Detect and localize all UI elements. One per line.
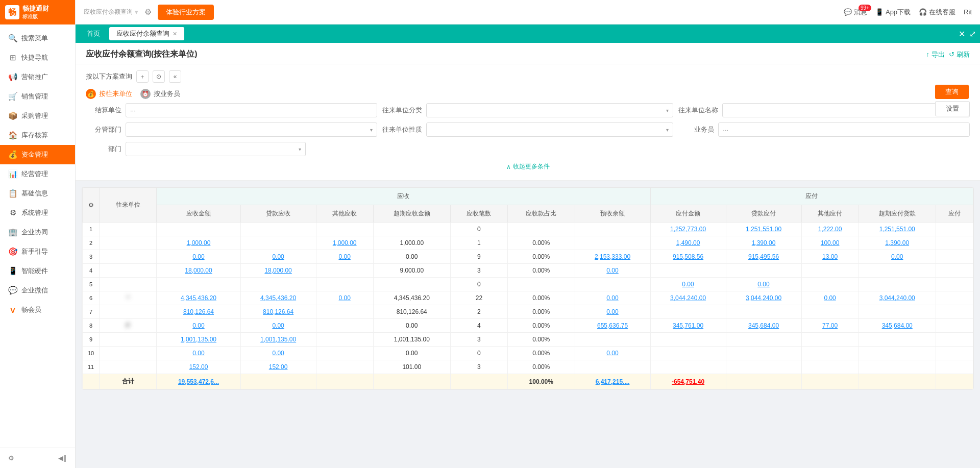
app-download-button[interactable]: 📱 App下载: [875, 8, 911, 17]
loan-recv[interactable]: 152.00: [240, 360, 316, 374]
other-recv[interactable]: 0.00: [316, 291, 373, 305]
table-header-settings[interactable]: ⚙: [83, 188, 100, 223]
sidebar-item-purchase[interactable]: 📦采购管理: [0, 106, 75, 126]
sidebar-item-search[interactable]: 🔍搜索菜单: [0, 29, 75, 48]
sidebar-item-system[interactable]: ⚙系统管理: [0, 203, 75, 223]
other-recv[interactable]: 1,000.00: [316, 236, 373, 250]
sidebar-item-wechat[interactable]: 💬企业微信: [0, 281, 75, 300]
receivable-amt[interactable]: 0.00: [157, 347, 240, 360]
other-pay[interactable]: 13.00: [801, 250, 859, 264]
sidebar-item-finance[interactable]: 💰资金管理: [0, 145, 75, 164]
sidebar-item-guide[interactable]: 🎯新手引导: [0, 242, 75, 261]
user-menu[interactable]: Rit: [964, 8, 972, 16]
total-prepay[interactable]: 6,417,215....: [575, 374, 650, 389]
receivable-amt[interactable]: 4,345,436.20: [157, 291, 240, 305]
dept2-input[interactable]: ▾: [126, 142, 306, 156]
loan-recv[interactable]: 810,126.64: [240, 305, 316, 319]
scheme-by-partner[interactable]: 💰 按往来单位: [86, 89, 132, 99]
sidebar-item-smart[interactable]: 📱智能硬件: [0, 261, 75, 281]
export-button[interactable]: ↑ 导出: [926, 50, 945, 59]
filter-collapse-button[interactable]: «: [169, 70, 181, 83]
other-recv[interactable]: 0.00: [316, 250, 373, 264]
receivable-amt[interactable]: 18,000.00: [157, 264, 240, 278]
other-pay[interactable]: 1,222.00: [801, 223, 859, 236]
loan-pay[interactable]: 915,495.56: [726, 250, 801, 264]
loan-recv[interactable]: 0.00: [240, 347, 316, 360]
dept-input[interactable]: ▾: [126, 122, 377, 137]
sidebar-item-quick[interactable]: ⊞快捷导航: [0, 48, 75, 67]
tab-close-icon[interactable]: ✕: [173, 31, 177, 37]
overdue-pay[interactable]: 3,044,240.00: [859, 291, 936, 305]
scheme-by-salesperson[interactable]: ⏰ 按业务员: [140, 89, 180, 99]
filter-add-button[interactable]: ＋: [136, 70, 149, 83]
loan-recv[interactable]: 4,345,436.20: [240, 291, 316, 305]
receivable-amt[interactable]: 0.00: [157, 319, 240, 333]
tab-maximize-button[interactable]: ⤢: [969, 29, 976, 39]
service-button[interactable]: 🎧 在线客服: [919, 8, 955, 17]
receivable-amt[interactable]: 810,126.64: [157, 305, 240, 319]
overdue-pay[interactable]: 1,390.00: [859, 236, 936, 250]
sidebar-item-member[interactable]: V畅会员: [0, 300, 75, 319]
payable-amt[interactable]: 915,508.56: [650, 250, 726, 264]
collapse-icon[interactable]: ◀‖: [58, 454, 67, 462]
salesperson-input[interactable]: ···: [718, 122, 970, 137]
partner-name-input[interactable]: [722, 103, 970, 117]
sidebar-item-operation[interactable]: 📊经营管理: [0, 164, 75, 184]
loan-pay[interactable]: 345,684.00: [726, 319, 801, 333]
tab-home[interactable]: 首页: [80, 27, 107, 40]
receivable-amt[interactable]: 1,001,135.00: [157, 333, 240, 347]
prepay-bal[interactable]: 0.00: [575, 264, 650, 278]
receivable-amt[interactable]: 152.00: [157, 360, 240, 374]
loan-pay[interactable]: 3,044,240.00: [726, 291, 801, 305]
tab-receivable[interactable]: 应收应付余额查询 ✕: [109, 27, 184, 40]
prepay-bal[interactable]: 655,636.75: [575, 319, 650, 333]
main-content: 应收应付余额查询(按往来单位) ↑ 导出 ↺ 刷新 按以下方案查询 ＋ ⊙ « …: [76, 43, 980, 468]
prepay-bal[interactable]: 0.00: [575, 347, 650, 360]
query-button[interactable]: 查询: [935, 85, 969, 99]
settings-button[interactable]: 设置: [935, 101, 970, 116]
nature-input[interactable]: ▾: [426, 122, 674, 137]
prepay-bal[interactable]: 0.00: [575, 291, 650, 305]
payable-amt[interactable]: 0.00: [650, 278, 726, 291]
refresh-button[interactable]: ↺ 刷新: [949, 50, 970, 59]
tab-close-all-button[interactable]: ✕: [959, 29, 965, 39]
other-pay[interactable]: 100.00: [801, 236, 859, 250]
sidebar-item-basic[interactable]: 📋基础信息: [0, 184, 75, 203]
payable-amt[interactable]: 1,252,773.00: [650, 223, 726, 236]
payable-amt[interactable]: 345,761.00: [650, 319, 726, 333]
loan-recv[interactable]: 1,001,135.00: [240, 333, 316, 347]
recv-count: 2: [450, 305, 507, 319]
recv-count: 4: [450, 319, 507, 333]
payable-amt[interactable]: 1,490.00: [650, 236, 726, 250]
receivable-amt[interactable]: 0.00: [157, 250, 240, 264]
loan-recv[interactable]: 0.00: [240, 250, 316, 264]
receivable-amt[interactable]: 1,000.00: [157, 236, 240, 250]
loan-pay[interactable]: 1,251,551.00: [726, 223, 801, 236]
settings-icon[interactable]: ⚙: [8, 454, 14, 462]
loan-recv[interactable]: 18,000.00: [240, 264, 316, 278]
loan-pay[interactable]: 0.00: [726, 278, 801, 291]
collapse-button[interactable]: ∧ 收起更多条件: [506, 162, 550, 171]
message-button[interactable]: 💬 消息 99+: [844, 8, 867, 17]
sidebar-item-sales[interactable]: 🛒销售管理: [0, 87, 75, 106]
loan-pay[interactable]: 1,390.00: [726, 236, 801, 250]
partner-category-input[interactable]: ▾: [426, 103, 674, 117]
filter-settings-button[interactable]: ⊙: [153, 70, 165, 83]
sidebar-item-enterprise[interactable]: 🏢企业协同: [0, 223, 75, 242]
sidebar-item-marketing[interactable]: 📢营销推广: [0, 67, 75, 87]
total-payable[interactable]: -654,751.40: [650, 374, 726, 389]
loan-recv[interactable]: 0.00: [240, 319, 316, 333]
total-receivable[interactable]: 19,553,472,6...: [157, 374, 240, 389]
overdue-pay[interactable]: 1,251,551.00: [859, 223, 936, 236]
prepay-bal[interactable]: 0.00: [575, 305, 650, 319]
overdue-pay[interactable]: 345,684.00: [859, 319, 936, 333]
payable-amt[interactable]: 3,044,240.00: [650, 291, 726, 305]
other-pay[interactable]: 77.00: [801, 319, 859, 333]
topbar-settings-icon[interactable]: ⚙: [144, 7, 152, 17]
settlement-input[interactable]: ···: [126, 103, 377, 117]
overdue-pay[interactable]: 0.00: [859, 250, 936, 264]
other-pay[interactable]: 0.00: [801, 291, 859, 305]
prepay-bal[interactable]: 2,153,333.00: [575, 250, 650, 264]
plan-button[interactable]: 体验行业方案: [158, 5, 214, 20]
sidebar-item-inventory[interactable]: 🏠库存核算: [0, 126, 75, 145]
